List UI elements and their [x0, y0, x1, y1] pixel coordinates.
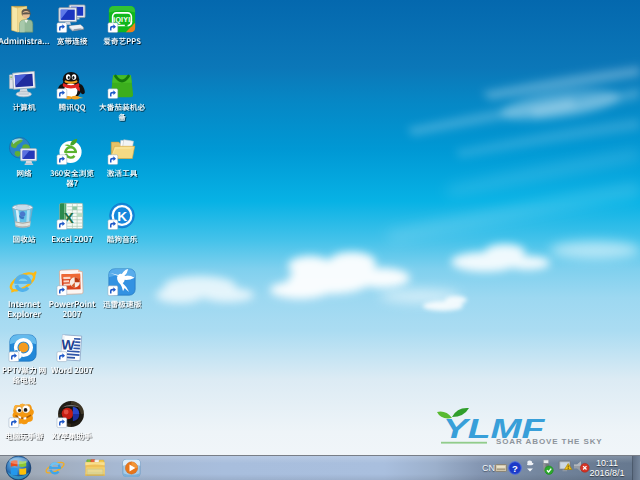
- svg-text:?: ?: [512, 463, 518, 474]
